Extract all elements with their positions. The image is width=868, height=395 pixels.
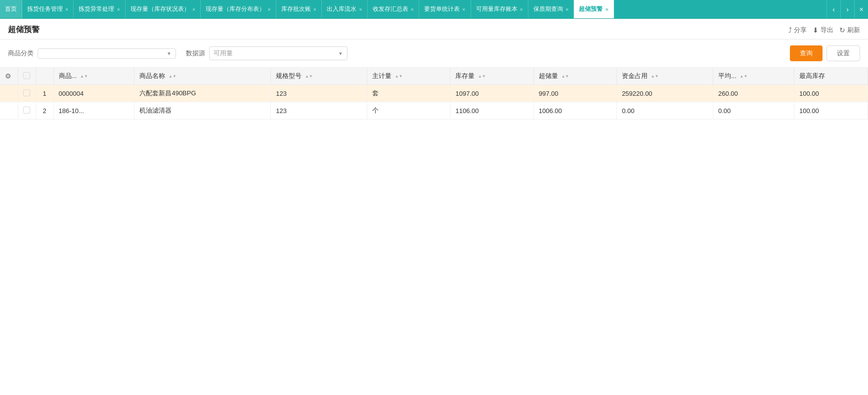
close-icon[interactable]: × [605,6,608,12]
filter-bar: 商品分类 ▼ 数据源 可用量 ▼ 查询 设置 [0,40,868,68]
category-filter-group: 商品分类 ▼ [8,48,176,59]
row-spec: 123 [271,85,367,102]
row-number: 2 [36,102,53,119]
nav-tab-home[interactable]: 首页 [0,0,22,19]
row-stock: 1097.00 [450,85,533,102]
row-unit: 个 [367,102,450,119]
sort-arrows-icon: ▲▼ [561,75,569,79]
th-checkbox[interactable] [18,68,36,85]
refresh-button[interactable]: ↻ 刷新 [839,26,860,35]
data-table: ⚙ 商品... ▲▼ 商品名称 ▲▼ 规格型号 [0,68,868,119]
row-checkbox-cell[interactable] [18,85,36,102]
row-spec: 123 [271,102,367,119]
th-product-code[interactable]: 商品... ▲▼ [53,68,134,85]
sort-arrows-icon: ▲▼ [651,75,659,79]
close-icon[interactable]: × [117,6,120,12]
nav-tab-quality-check[interactable]: 保质期查询 × [528,0,574,19]
th-gear[interactable]: ⚙ [0,68,18,85]
nav-tab-order-stat[interactable]: 要货单统计表 × [419,0,471,19]
page-header: 超储预警 ⤴ 分享 ⬇ 导出 ↻ 刷新 [0,19,868,40]
row-avg: 260.00 [713,85,794,102]
row-overstock: 997.00 [533,85,616,102]
close-icon[interactable]: × [313,6,316,12]
nav-right-arrow[interactable]: › [840,0,854,19]
nav-tab-collect-summary[interactable]: 收发存汇总表 × [368,0,419,19]
row-checkbox[interactable] [23,107,30,114]
nav-left-arrow[interactable]: ‹ [826,0,840,19]
category-label: 商品分类 [8,49,34,58]
select-all-checkbox[interactable] [23,72,30,79]
sort-arrows-icon: ▲▼ [80,75,88,79]
nav-tab-inventory-status[interactable]: 现存量（库存状况表） × [126,0,201,19]
page-content: 超储预警 ⤴ 分享 ⬇ 导出 ↻ 刷新 商品分类 ▼ 数据源 [0,19,868,395]
close-icon[interactable]: × [520,6,523,12]
export-button[interactable]: ⬇ 导出 [813,26,833,35]
row-capital: 259220.00 [617,85,713,102]
th-unit[interactable]: 主计量 ▲▼ [367,68,450,85]
row-max-stock: 100.00 [794,102,868,119]
th-product-name[interactable]: 商品名称 ▲▼ [134,68,271,85]
sort-arrows-icon: ▲▼ [305,75,313,79]
close-icon[interactable]: × [411,6,414,12]
row-checkbox[interactable] [23,89,30,96]
filter-actions: 查询 设置 [790,45,860,61]
close-icon[interactable]: × [359,6,362,12]
close-icon[interactable]: × [65,6,68,12]
nav-arrows: ‹ › × [826,0,868,19]
table-row: 1 0000004 六配套新昌490BPG 123 套 1097.00 997.… [0,85,868,102]
th-num [36,68,53,85]
row-stock: 1106.00 [450,102,533,119]
sort-arrows-icon: ▲▼ [478,75,486,79]
share-button[interactable]: ⤴ 分享 [788,26,807,35]
close-icon[interactable]: × [192,6,195,12]
sort-arrows-icon: ▲▼ [169,75,176,79]
query-button[interactable]: 查询 [790,45,823,61]
top-nav: 首页 拣货任务管理 × 拣货异常处理 × 现存量（库存状况表） × 现存量（库存… [0,0,868,19]
chevron-down-icon: ▼ [167,51,172,56]
close-icon[interactable]: × [267,6,270,12]
nav-tab-available-account[interactable]: 可用量库存账本 × [471,0,528,19]
row-product-code: 186-10... [53,102,134,119]
sort-arrows-icon: ▲▼ [395,75,403,79]
row-max-stock: 100.00 [794,85,868,102]
row-product-code: 0000004 [53,85,134,102]
nav-tab-inout-flow[interactable]: 出入库流水 × [322,0,367,19]
nav-tab-cargo-exception[interactable]: 拣货异常处理 × [74,0,125,19]
datasource-select-value: 可用量 [214,49,233,58]
th-max-stock: 最高库存 [794,68,868,85]
th-avg[interactable]: 平均... ▲▼ [713,68,794,85]
row-gear-cell [0,85,18,102]
datasource-filter-group: 数据源 可用量 ▼ [186,46,347,60]
datasource-label: 数据源 [186,49,205,58]
row-overstock: 1006.00 [533,102,616,119]
header-actions: ⤴ 分享 ⬇ 导出 ↻ 刷新 [788,26,860,35]
nav-tab-cargo-task[interactable]: 拣货任务管理 × [22,0,74,19]
th-spec[interactable]: 规格型号 ▲▼ [271,68,367,85]
refresh-icon: ↻ [839,26,845,34]
row-product-name: 机油滤清器 [134,102,271,119]
row-checkbox-cell[interactable] [18,102,36,119]
sort-arrows-icon: ▲▼ [739,75,747,79]
table-container: ⚙ 商品... ▲▼ 商品名称 ▲▼ 规格型号 [0,68,868,119]
th-capital[interactable]: 资金占用 ▲▼ [617,68,713,85]
close-icon[interactable]: × [565,6,568,12]
nav-tab-inventory-dist[interactable]: 现存量（库存分布表） × [201,0,276,19]
gear-icon[interactable]: ⚙ [5,72,11,80]
settings-button[interactable]: 设置 [826,45,860,61]
th-overstock[interactable]: 超储量 ▲▼ [533,68,616,85]
row-capital: 0.00 [617,102,713,119]
row-product-name: 六配套新昌490BPG [134,85,271,102]
close-icon[interactable]: × [462,6,465,12]
datasource-select[interactable]: 可用量 ▼ [209,46,347,60]
nav-tab-overstock-warning[interactable]: 超储预警 × [574,0,613,19]
table-header-row: ⚙ 商品... ▲▼ 商品名称 ▲▼ 规格型号 [0,68,868,85]
nav-tab-inventory-batch[interactable]: 库存批次账 × [276,0,322,19]
nav-close-btn[interactable]: × [854,0,868,19]
row-number: 1 [36,85,53,102]
category-select[interactable]: ▼ [38,48,176,59]
page-title: 超储预警 [8,25,40,35]
th-stock[interactable]: 库存量 ▲▼ [450,68,533,85]
table-row: 2 186-10... 机油滤清器 123 个 1106.00 1006.00 … [0,102,868,119]
export-icon: ⬇ [813,26,819,34]
chevron-down-icon-2: ▼ [338,51,343,56]
